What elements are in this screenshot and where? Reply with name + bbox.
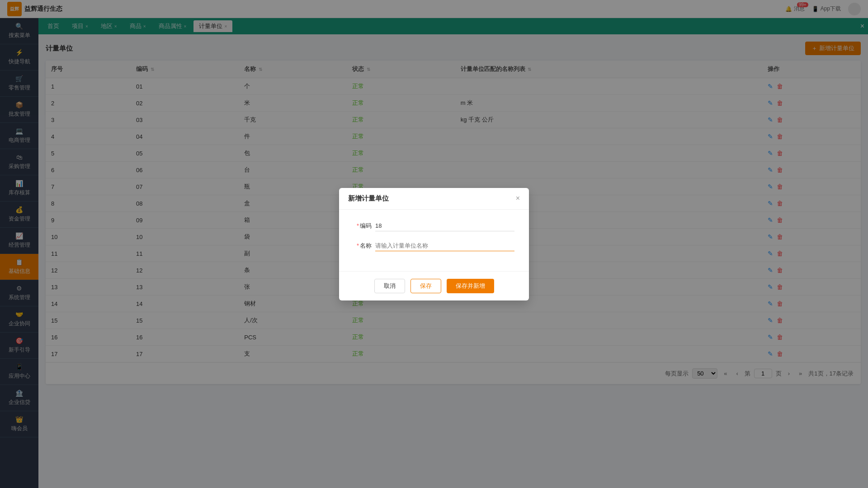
name-required-mark: * — [357, 242, 359, 249]
add-unit-modal: 新增计量单位 × *编码 *名称 取消 保存 保存并新增 — [339, 188, 529, 300]
modal-close-button[interactable]: × — [516, 194, 520, 202]
modal-body: *编码 *名称 — [339, 210, 529, 271]
modal-header: 新增计量单位 × — [339, 188, 529, 210]
name-label: *名称 — [354, 242, 372, 250]
modal-footer: 取消 保存 保存并新增 — [339, 271, 529, 300]
name-input[interactable] — [375, 240, 514, 251]
code-form-item: *编码 — [354, 221, 514, 231]
code-input[interactable] — [375, 221, 514, 231]
code-required-mark: * — [357, 222, 359, 229]
save-button[interactable]: 保存 — [410, 279, 441, 293]
code-label: *编码 — [354, 222, 372, 230]
save-and-new-button[interactable]: 保存并新增 — [447, 279, 494, 293]
name-form-item: *名称 — [354, 240, 514, 251]
cancel-button[interactable]: 取消 — [374, 279, 405, 293]
modal-overlay[interactable]: 新增计量单位 × *编码 *名称 取消 保存 保存并新增 — [0, 0, 868, 488]
modal-title: 新增计量单位 — [348, 194, 389, 203]
